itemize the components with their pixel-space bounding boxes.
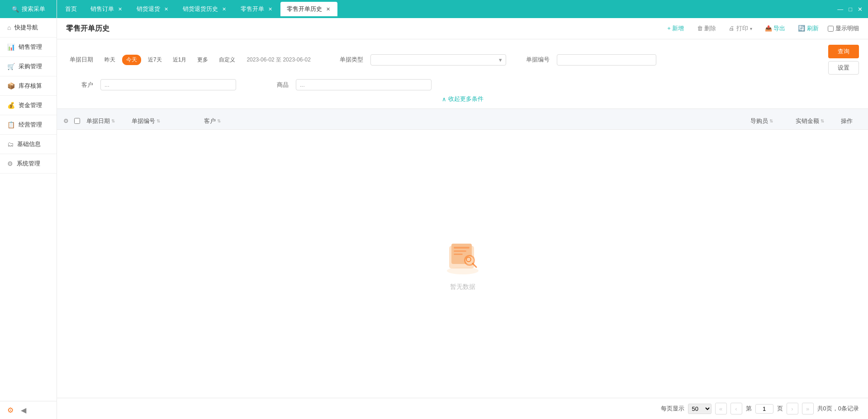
cart-icon: 🛒 <box>7 63 15 70</box>
type-select-chevron: ▾ <box>499 56 502 63</box>
col-no-label: 单据编号 <box>132 117 155 125</box>
main-area: 首页 销售订单 ✕ 销货退货 ✕ 销货退货历史 ✕ 零售开单 ✕ 零售开单历史 … <box>57 0 868 419</box>
no-label: 单据编号 <box>522 56 550 64</box>
date-yesterday[interactable]: 昨天 <box>100 55 119 65</box>
date-more[interactable]: 更多 <box>193 55 212 65</box>
maximize-button[interactable]: □ <box>849 6 852 13</box>
col-date[interactable]: 单据日期 ⇅ <box>83 117 128 125</box>
box-icon: 📦 <box>7 82 15 89</box>
date-7days[interactable]: 近7天 <box>144 55 166 65</box>
prev-page-button[interactable]: ‹ <box>730 403 742 414</box>
tab-sales-return-close[interactable]: ✕ <box>163 6 169 12</box>
search-icon: 🔍 <box>12 6 19 13</box>
folder-icon: 🗂 <box>7 141 14 148</box>
empty-illustration <box>440 237 485 278</box>
type-select[interactable]: ▾ <box>370 54 506 66</box>
all-check[interactable] <box>74 118 80 124</box>
per-page-select[interactable]: 50 10 20 100 <box>688 404 711 414</box>
col-amount[interactable]: 实销金额 ⇅ <box>792 117 837 125</box>
column-settings-icon[interactable]: ⚙ <box>61 118 71 124</box>
collapse-label: 收起更多条件 <box>448 95 484 103</box>
col-customer[interactable]: 客户 ⇅ <box>200 117 747 125</box>
next-page-button[interactable]: › <box>787 403 798 414</box>
search-menu-button[interactable]: 🔍 搜索采单 <box>0 0 57 18</box>
sidebar-item-basic-info[interactable]: 🗂 基础信息 <box>0 135 57 154</box>
delete-button[interactable]: 🗑 删除 <box>693 23 720 34</box>
search-menu-label: 搜索采单 <box>22 5 45 13</box>
query-button[interactable]: 查询 <box>828 45 859 58</box>
date-group: 昨天 今天 近7天 近1月 更多 自定义 <box>100 55 239 65</box>
tab-retail-history-label: 零售开单历史 <box>287 5 322 13</box>
export-button[interactable]: 📤 导出 <box>761 23 789 34</box>
tab-home[interactable]: 首页 <box>59 2 83 16</box>
print-button[interactable]: 🖨 打印 ▾ <box>725 23 756 34</box>
chart-icon: 📊 <box>7 43 15 51</box>
add-button[interactable]: + 新增 <box>664 23 688 34</box>
date-today[interactable]: 今天 <box>122 55 141 65</box>
no-input[interactable] <box>557 54 656 66</box>
tab-retail-history[interactable]: 零售开单历史 ✕ <box>280 2 337 16</box>
sidebar-item-finance[interactable]: 💰 资金管理 <box>0 96 57 115</box>
tab-retail-open-label: 零售开单 <box>241 5 264 13</box>
content-area: 零售开单历史 + 新增 🗑 删除 🖨 打印 ▾ 📤 导出 🔄 刷新 <box>57 18 868 419</box>
date-range-display: 2023-06-02 至 2023-06-02 <box>247 56 310 64</box>
filter-row-1: 单据日期 昨天 今天 近7天 近1月 更多 自定义 2023-06-02 至 2… <box>66 45 859 75</box>
collapse-filter-button[interactable]: ∧ 收起更多条件 <box>66 95 859 103</box>
col-customer-sort: ⇅ <box>217 118 221 123</box>
date-custom[interactable]: 自定义 <box>215 55 239 65</box>
sidebar-menu: ⌂ 快捷导航 📊 销售管理 🛒 采购管理 📦 库存核算 💰 资金管理 📋 经营管… <box>0 18 57 401</box>
sidebar-item-business[interactable]: 📋 经营管理 <box>0 115 57 135</box>
toolbar: + 新增 🗑 删除 🖨 打印 ▾ 📤 导出 🔄 刷新 显示明细 <box>664 23 859 34</box>
tab-sales-order-label: 销售订单 <box>90 5 114 13</box>
col-no[interactable]: 单据编号 ⇅ <box>128 117 200 125</box>
show-detail-checkbox[interactable]: 显示明细 <box>828 24 859 33</box>
customer-select[interactable]: ... <box>100 79 236 90</box>
show-detail-check[interactable] <box>828 26 834 32</box>
add-label: + 新增 <box>667 24 684 33</box>
col-customer-label: 客户 <box>204 117 216 125</box>
setting-button[interactable]: 设置 <box>828 61 859 75</box>
col-guide-label: 导购员 <box>750 117 768 125</box>
empty-state: 暂无数据 <box>57 130 868 398</box>
goods-label: 商品 <box>261 81 289 89</box>
sidebar-item-sales-mgmt[interactable]: 📊 销售管理 <box>0 38 57 57</box>
select-all-checkbox[interactable] <box>71 118 83 124</box>
tab-retail-history-close[interactable]: ✕ <box>325 6 331 12</box>
tab-sales-return-history-label: 销货退货历史 <box>183 5 218 13</box>
sidebar-item-label: 基础信息 <box>17 140 41 148</box>
svg-rect-3 <box>454 247 470 249</box>
col-guide[interactable]: 导购员 ⇅ <box>747 117 792 125</box>
clipboard-icon: 📋 <box>7 121 15 128</box>
type-label: 单据类型 <box>336 56 363 64</box>
tab-sales-order-close[interactable]: ✕ <box>117 6 123 12</box>
export-label: 📤 导出 <box>765 24 786 33</box>
pagination: 每页显示 50 10 20 100 « ‹ 第 页 › » 共0页，0条记录 <box>57 398 868 419</box>
tab-sales-order[interactable]: 销售订单 ✕ <box>84 2 129 16</box>
show-detail-label: 显示明细 <box>835 24 859 33</box>
settings-icon[interactable]: ⚙ <box>7 406 14 414</box>
sidebar-footer: ⚙ ◀ <box>0 401 57 419</box>
tab-sales-return-history-close[interactable]: ✕ <box>221 6 227 12</box>
sidebar-item-quick-nav[interactable]: ⌂ 快捷导航 <box>0 18 57 38</box>
last-page-button[interactable]: » <box>802 403 814 414</box>
sidebar-item-purchase-mgmt[interactable]: 🛒 采购管理 <box>0 57 57 76</box>
tab-sales-return[interactable]: 销货退货 ✕ <box>130 2 175 16</box>
collapse-sidebar-icon[interactable]: ◀ <box>21 406 26 414</box>
close-button[interactable]: ✕ <box>858 6 863 13</box>
refresh-button[interactable]: 🔄 刷新 <box>794 23 822 34</box>
tab-retail-open-close[interactable]: ✕ <box>267 6 273 12</box>
goods-select[interactable]: ... <box>296 79 432 90</box>
date-1month[interactable]: 近1月 <box>169 55 191 65</box>
svg-rect-5 <box>454 254 463 255</box>
refresh-label: 🔄 刷新 <box>798 24 819 33</box>
tab-retail-open[interactable]: 零售开单 ✕ <box>234 2 280 16</box>
first-page-button[interactable]: « <box>715 403 727 414</box>
sidebar-item-inventory[interactable]: 📦 库存核算 <box>0 76 57 96</box>
page-input[interactable] <box>755 404 773 414</box>
svg-rect-4 <box>454 250 466 252</box>
tab-sales-return-history[interactable]: 销货退货历史 ✕ <box>176 2 233 16</box>
col-amount-label: 实销金额 <box>796 117 819 125</box>
sidebar-item-system[interactable]: ⚙ 系统管理 <box>0 154 57 174</box>
minimize-button[interactable]: — <box>837 6 843 13</box>
sidebar-item-label: 资金管理 <box>19 101 42 109</box>
